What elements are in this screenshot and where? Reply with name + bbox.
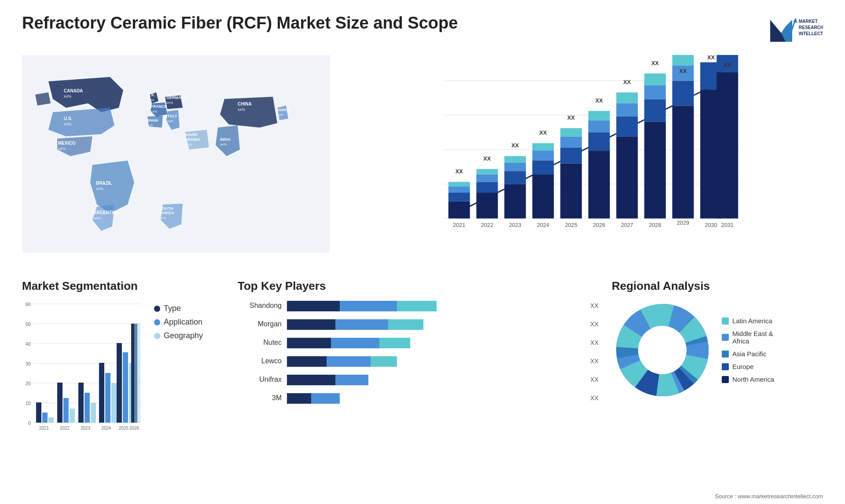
page-container: Refractory Ceramic Fiber (RCF) Market Si… — [0, 0, 845, 504]
player-bar-unifrax — [287, 373, 582, 386]
svg-rect-59 — [504, 184, 526, 218]
svg-text:2030: 2030 — [705, 222, 717, 228]
svg-text:xx%: xx% — [151, 110, 157, 113]
player-row-shandong: Shandong XX — [238, 299, 599, 312]
svg-rect-147 — [287, 301, 340, 311]
svg-rect-47 — [448, 201, 470, 219]
player-row-3m: 3M XX — [238, 392, 599, 404]
svg-text:2021: 2021 — [453, 222, 465, 228]
svg-rect-48 — [448, 193, 470, 201]
svg-text:xx%: xx% — [159, 216, 166, 220]
svg-text:XX: XX — [623, 79, 631, 85]
player-bar-nutec — [287, 336, 582, 349]
svg-text:20: 20 — [26, 381, 31, 386]
svg-rect-79 — [588, 121, 610, 132]
svg-text:INDIA: INDIA — [220, 137, 231, 142]
svg-text:xx%: xx% — [64, 94, 71, 99]
svg-text:2029: 2029 — [677, 219, 689, 226]
svg-text:XX: XX — [724, 62, 732, 68]
svg-rect-66 — [533, 161, 554, 175]
svg-rect-96 — [672, 81, 694, 106]
svg-text:xx%: xx% — [238, 107, 245, 112]
legend-middle-east-label: Middle East &Africa — [732, 330, 773, 345]
regional-donut-chart — [612, 299, 713, 401]
svg-text:MARKET: MARKET — [799, 19, 818, 24]
segmentation-legend: Type Application Geography — [154, 304, 203, 340]
svg-rect-85 — [616, 103, 638, 117]
world-map: CANADA xx% U.S. xx% MEXICO xx% BRAZIL xx… — [22, 55, 330, 253]
svg-rect-133 — [91, 403, 96, 423]
regional-section: Regional Analysis — [612, 279, 823, 504]
player-name-unifrax: Unifrax — [238, 376, 282, 383]
svg-rect-71 — [560, 164, 582, 219]
svg-rect-140 — [123, 352, 128, 423]
legend-type-dot — [154, 306, 160, 312]
svg-rect-65 — [533, 175, 554, 219]
svg-rect-72 — [560, 147, 582, 163]
svg-text:xx%: xx% — [147, 98, 154, 102]
svg-text:2022: 2022 — [60, 426, 70, 431]
legend-latin-america: Latin America — [722, 317, 774, 325]
players-title: Top Key Players — [238, 279, 599, 293]
svg-rect-160 — [335, 375, 368, 385]
svg-rect-73 — [560, 137, 582, 147]
player-xx-morgan: XX — [590, 321, 599, 328]
svg-text:BRAZIL: BRAZIL — [96, 181, 112, 186]
svg-point-168 — [638, 326, 687, 374]
player-name-nutec: Nutec — [238, 339, 282, 347]
svg-text:XX: XX — [679, 68, 687, 74]
svg-rect-55 — [476, 175, 498, 182]
player-xx-3m: XX — [590, 394, 599, 402]
svg-text:xx%: xx% — [64, 122, 71, 126]
player-bar-lewco — [287, 355, 582, 367]
svg-text:CHINA: CHINA — [238, 102, 252, 106]
svg-text:xx%: xx% — [185, 142, 191, 146]
player-xx-lewco: XX — [590, 358, 599, 365]
page-title: Refractory Ceramic Fiber (RCF) Market Si… — [22, 13, 458, 33]
legend-application-label: Application — [164, 318, 202, 327]
player-name-3m: 3M — [238, 394, 282, 402]
svg-text:2028: 2028 — [649, 222, 661, 228]
player-xx-unifrax: XX — [590, 376, 599, 383]
svg-rect-80 — [588, 111, 610, 121]
svg-rect-153 — [287, 338, 331, 348]
svg-text:xx%: xx% — [146, 124, 153, 128]
svg-text:xx%: xx% — [96, 186, 103, 191]
svg-rect-74 — [560, 128, 582, 137]
svg-rect-137 — [111, 383, 117, 423]
player-row-morgan: Morgan XX — [238, 318, 599, 330]
svg-rect-129 — [70, 409, 75, 423]
svg-text:SOUTH: SOUTH — [159, 206, 173, 211]
svg-text:ARABIA: ARABIA — [185, 137, 200, 142]
svg-text:2024: 2024 — [101, 426, 111, 431]
svg-text:2025: 2025 — [565, 222, 577, 228]
svg-text:2024: 2024 — [537, 222, 549, 228]
svg-text:0: 0 — [28, 420, 31, 426]
legend-europe: Europe — [722, 363, 774, 370]
svg-rect-158 — [371, 356, 397, 367]
svg-rect-68 — [533, 143, 554, 151]
svg-rect-136 — [105, 373, 110, 423]
legend-geography-dot — [154, 333, 160, 339]
svg-rect-84 — [616, 117, 638, 137]
svg-text:2027: 2027 — [621, 222, 633, 228]
svg-text:2023: 2023 — [81, 426, 91, 431]
player-name-morgan: Morgan — [238, 320, 282, 328]
svg-text:30: 30 — [26, 361, 31, 366]
svg-rect-60 — [504, 171, 526, 184]
legend-geography: Geography — [154, 331, 203, 340]
svg-text:U.K.: U.K. — [147, 93, 155, 97]
svg-text:2026: 2026 — [593, 222, 605, 228]
legend-asia-pacific-label: Asia Pacific — [732, 350, 767, 358]
logo-container: MARKET RESEARCH INTELLECT — [766, 13, 823, 46]
svg-rect-128 — [63, 398, 69, 423]
svg-rect-89 — [644, 122, 666, 219]
svg-text:2023: 2023 — [509, 222, 521, 228]
svg-rect-152 — [388, 319, 423, 330]
svg-text:U.S.: U.S. — [64, 116, 73, 121]
svg-text:ITALY: ITALY — [166, 114, 177, 118]
content-bottom: Market Segmentation 0 10 20 30 40 50 60 — [22, 279, 823, 504]
svg-text:xx%: xx% — [166, 101, 173, 105]
svg-text:50: 50 — [26, 321, 31, 327]
legend-north-america: North America — [722, 376, 774, 383]
